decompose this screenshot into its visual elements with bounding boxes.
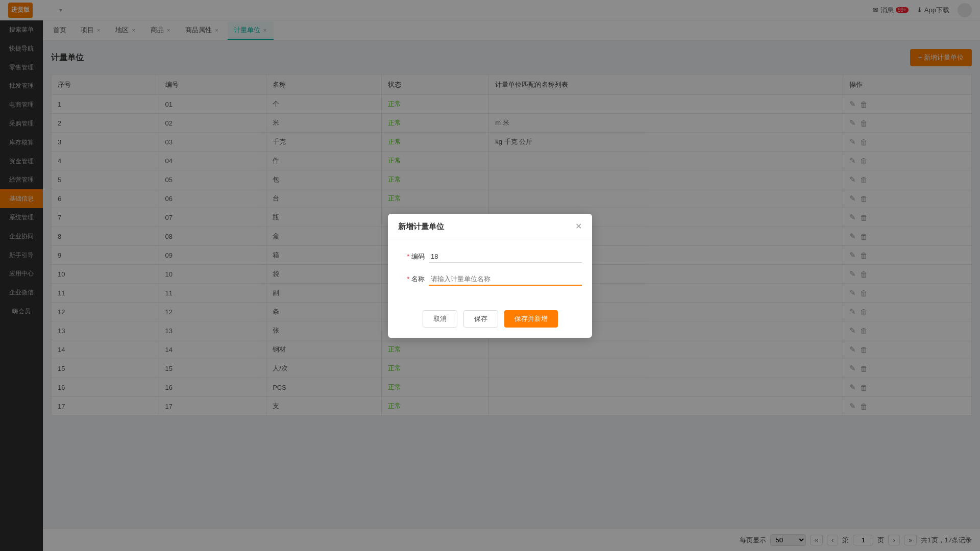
code-label: 编码	[398, 252, 429, 261]
modal-close-button[interactable]: ✕	[575, 222, 582, 231]
save-button[interactable]: 保存	[463, 310, 498, 328]
name-input[interactable]	[429, 273, 582, 286]
name-label: 名称	[398, 274, 429, 284]
modal: 新增计量单位 ✕ 编码 名称 取消 保存 保存并新增	[388, 214, 592, 338]
name-form-row: 名称	[398, 273, 582, 286]
modal-header: 新增计量单位 ✕	[388, 214, 592, 238]
code-form-row: 编码	[398, 251, 582, 263]
modal-title: 新增计量单位	[398, 222, 444, 232]
code-input[interactable]	[429, 251, 582, 263]
modal-overlay[interactable]: 新增计量单位 ✕ 编码 名称 取消 保存 保存并新增	[0, 0, 980, 551]
modal-body: 编码 名称	[388, 238, 592, 304]
modal-footer: 取消 保存 保存并新增	[388, 304, 592, 338]
save-new-button[interactable]: 保存并新增	[504, 310, 558, 328]
cancel-button[interactable]: 取消	[423, 310, 457, 328]
